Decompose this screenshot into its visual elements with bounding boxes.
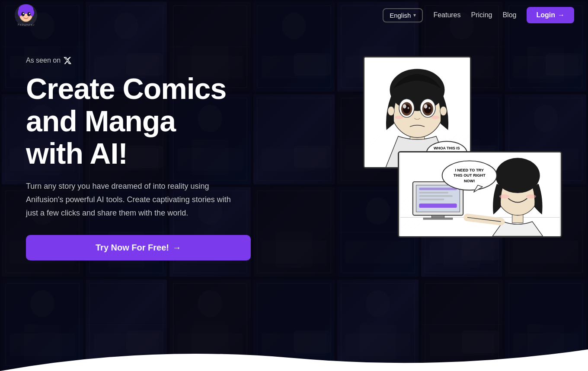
- svg-point-18: [388, 106, 395, 115]
- svg-point-28: [424, 104, 428, 108]
- language-label: English: [390, 12, 411, 19]
- svg-text:アニフュージョン: アニフュージョン: [17, 23, 35, 26]
- seen-on-badge: As seen on: [26, 56, 251, 65]
- blog-nav-link[interactable]: Blog: [502, 11, 516, 19]
- cta-button[interactable]: Try Now For Free! →: [26, 235, 251, 260]
- svg-point-30: [395, 116, 403, 119]
- logo-area: アニフュージョン: [14, 3, 38, 27]
- x-twitter-icon: [63, 56, 72, 65]
- chevron-down-icon: ▾: [413, 12, 416, 18]
- language-selector[interactable]: English ▾: [383, 8, 423, 22]
- svg-text:I NEED TO TRY: I NEED TO TRY: [455, 168, 484, 172]
- svg-text:THIS OUT RIGHT: THIS OUT RIGHT: [454, 173, 486, 178]
- svg-rect-49: [419, 192, 448, 193]
- nav-right: English ▾ Features Pricing Blog Login →: [383, 7, 574, 23]
- svg-point-8: [29, 13, 30, 14]
- svg-text:NOW!: NOW!: [464, 179, 475, 183]
- svg-point-19: [440, 106, 447, 115]
- svg-point-23: [403, 104, 406, 108]
- svg-rect-48: [419, 187, 457, 190]
- svg-point-10: [29, 16, 32, 17]
- svg-point-43: [526, 194, 536, 199]
- navbar: アニフュージョン English ▾ Features Pricing Blog…: [0, 0, 588, 30]
- svg-rect-39: [512, 215, 523, 223]
- svg-point-42: [499, 194, 509, 199]
- pricing-nav-link[interactable]: Pricing: [471, 11, 492, 19]
- svg-rect-51: [419, 199, 444, 200]
- bottom-wave: [0, 336, 588, 371]
- logo-icon: アニフュージョン: [14, 3, 38, 27]
- svg-point-31: [431, 116, 440, 119]
- svg-text:WHOA THIS IS: WHOA THIS IS: [434, 146, 460, 150]
- manga-panel-secondary-content: I NEED TO TRY THIS OUT RIGHT NOW!: [399, 152, 561, 236]
- svg-point-24: [408, 107, 409, 109]
- svg-rect-50: [419, 195, 453, 197]
- svg-point-29: [428, 107, 430, 109]
- svg-point-7: [23, 13, 24, 14]
- svg-point-9: [20, 16, 23, 17]
- svg-rect-47: [423, 218, 453, 219]
- login-button[interactable]: Login →: [527, 7, 574, 23]
- seen-on-label: As seen on: [26, 57, 61, 64]
- features-nav-link[interactable]: Features: [433, 11, 460, 19]
- svg-rect-52: [419, 203, 457, 208]
- hero-title: Create Comics and Manga with AI!: [26, 73, 251, 169]
- hero-section: As seen on Create Comics and Manga with …: [0, 0, 588, 371]
- hero-left: As seen on Create Comics and Manga with …: [26, 56, 251, 260]
- hero-description: Turn any story you have dreamed of into …: [26, 180, 242, 219]
- manga-panel-secondary: I NEED TO TRY THIS OUT RIGHT NOW!: [398, 151, 562, 238]
